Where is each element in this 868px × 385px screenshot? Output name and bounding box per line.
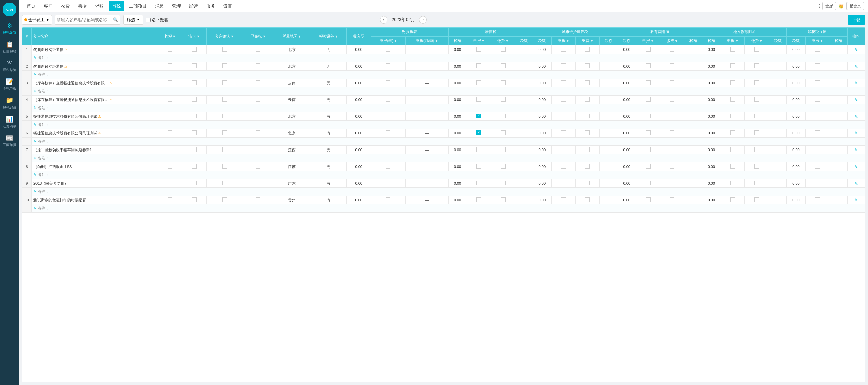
sidebar-item-tax-record[interactable]: 📁 报税记录 xyxy=(0,94,19,113)
vat-jiaof-cell[interactable] xyxy=(491,129,515,138)
action-cell[interactable]: ✎ xyxy=(847,179,865,188)
action-cell[interactable]: ✎ xyxy=(847,45,865,54)
edu-jiaof-cell[interactable] xyxy=(660,196,684,204)
edu-shenb-cell[interactable] xyxy=(636,112,660,121)
action-cell[interactable]: ✎ xyxy=(847,146,865,154)
city-shenb-cell[interactable] xyxy=(552,45,576,54)
city-jiaof-cell[interactable] xyxy=(575,162,600,171)
edit-icon[interactable]: ✎ xyxy=(854,64,858,69)
chaosui-cell[interactable] xyxy=(158,112,182,121)
nav-invoice[interactable]: 票据 xyxy=(74,1,90,11)
city-shenb-cell[interactable] xyxy=(552,112,576,121)
caibao-year-cell[interactable] xyxy=(371,62,405,71)
local-jiaof-cell[interactable] xyxy=(745,79,769,87)
name-badge-checkbox[interactable] xyxy=(146,18,151,22)
chaosui-cell[interactable] xyxy=(158,45,182,54)
confirm-cell[interactable] xyxy=(206,112,243,121)
qingka-cell[interactable] xyxy=(182,179,206,188)
action-cell[interactable]: ✎ xyxy=(847,162,865,171)
edit-icon[interactable]: ✎ xyxy=(854,114,858,119)
vat-shenb-cell[interactable] xyxy=(467,162,491,171)
vat-shenb-cell[interactable] xyxy=(467,129,491,138)
qingka-cell[interactable] xyxy=(182,79,206,87)
action-cell[interactable]: ✎ xyxy=(847,96,865,104)
vat-shenb-cell[interactable] xyxy=(467,146,491,154)
qingka-cell[interactable] xyxy=(182,45,206,54)
local-shenb-cell[interactable] xyxy=(721,196,745,204)
note-edit-icon[interactable]: ✎ xyxy=(33,156,37,160)
stamp-shenb-cell[interactable] xyxy=(805,112,829,121)
local-jiaof-cell[interactable] xyxy=(745,196,769,204)
note-edit-icon[interactable]: ✎ xyxy=(33,123,37,127)
download-button[interactable]: 下载 xyxy=(848,15,865,25)
caibao-year-cell[interactable] xyxy=(371,196,405,204)
city-shenb-cell[interactable] xyxy=(552,79,576,87)
local-shenb-cell[interactable] xyxy=(721,96,745,104)
caibao-year-cell[interactable] xyxy=(371,179,405,188)
local-jiaof-cell[interactable] xyxy=(745,129,769,138)
note-edit-icon[interactable]: ✎ xyxy=(33,56,37,60)
edu-shenb-cell[interactable] xyxy=(636,162,660,171)
stamp-shenb-cell[interactable] xyxy=(805,129,829,138)
note-edit-icon[interactable]: ✎ xyxy=(33,189,37,194)
qingka-cell[interactable] xyxy=(182,146,206,154)
vat-jiaof-cell[interactable] xyxy=(491,96,515,104)
nav-service[interactable]: 服务 xyxy=(203,1,218,11)
edu-shenb-cell[interactable] xyxy=(636,62,660,71)
nav-customer[interactable]: 客户 xyxy=(40,1,56,11)
edit-icon[interactable]: ✎ xyxy=(854,81,858,86)
stamp-shenb-cell[interactable] xyxy=(805,79,829,87)
chaosui-cell[interactable] xyxy=(158,162,182,171)
fullscreen-btn[interactable]: 全屏 xyxy=(822,2,836,10)
action-cell[interactable]: ✎ xyxy=(847,112,865,121)
stamp-shenb-cell[interactable] xyxy=(805,146,829,154)
confirm-cell[interactable] xyxy=(206,196,243,204)
edu-jiaof-cell[interactable] xyxy=(660,146,684,154)
local-shenb-cell[interactable] xyxy=(721,112,745,121)
chaosui-cell[interactable] xyxy=(158,179,182,188)
note-edit-icon[interactable]: ✎ xyxy=(33,106,37,110)
stamp-shenb-cell[interactable] xyxy=(805,162,829,171)
confirm-cell[interactable] xyxy=(206,146,243,154)
city-jiaof-cell[interactable] xyxy=(575,196,600,204)
stamp-shenb-cell[interactable] xyxy=(805,196,829,204)
tax-done-cell[interactable] xyxy=(243,196,273,204)
qingka-cell[interactable] xyxy=(182,162,206,171)
action-cell[interactable]: ✎ xyxy=(847,62,865,71)
local-jiaof-cell[interactable] xyxy=(745,162,769,171)
city-shenb-cell[interactable] xyxy=(552,196,576,204)
qingka-cell[interactable] xyxy=(182,129,206,138)
search-input[interactable] xyxy=(57,17,112,22)
city-jiaof-cell[interactable] xyxy=(575,62,600,71)
vat-jiaof-cell[interactable] xyxy=(491,45,515,54)
local-shenb-cell[interactable] xyxy=(721,129,745,138)
prev-period-button[interactable]: ‹ xyxy=(380,16,387,24)
edit-icon[interactable]: ✎ xyxy=(854,97,858,102)
vat-shenb-cell[interactable] xyxy=(467,196,491,204)
tax-done-cell[interactable] xyxy=(243,129,273,138)
edu-shenb-cell[interactable] xyxy=(636,196,660,204)
confirm-cell[interactable] xyxy=(206,96,243,104)
chaosui-cell[interactable] xyxy=(158,146,182,154)
city-shenb-cell[interactable] xyxy=(552,179,576,188)
edu-shenb-cell[interactable] xyxy=(636,45,660,54)
vat-jiaof-cell[interactable] xyxy=(491,62,515,71)
vat-jiaof-cell[interactable] xyxy=(491,79,515,87)
chaosui-cell[interactable] xyxy=(158,96,182,104)
nav-message[interactable]: 消息 xyxy=(152,1,167,11)
qingka-cell[interactable] xyxy=(182,112,206,121)
local-shenb-cell[interactable] xyxy=(721,146,745,154)
nav-account[interactable]: 记账 xyxy=(91,1,107,11)
note-edit-icon[interactable]: ✎ xyxy=(33,173,37,177)
local-shenb-cell[interactable] xyxy=(721,179,745,188)
city-jiaof-cell[interactable] xyxy=(575,79,600,87)
chaosui-cell[interactable] xyxy=(158,129,182,138)
caibao-year-cell[interactable] xyxy=(371,45,405,54)
chaosui-cell[interactable] xyxy=(158,196,182,204)
sidebar-item-summary[interactable]: 📊 汇算清缴 xyxy=(0,113,19,131)
sidebar-item-batch-tax[interactable]: 📋 批量报税 xyxy=(0,38,19,57)
vat-shenb-cell[interactable] xyxy=(467,96,491,104)
edu-jiaof-cell[interactable] xyxy=(660,62,684,71)
vat-shenb-cell[interactable] xyxy=(467,179,491,188)
local-jiaof-cell[interactable] xyxy=(745,45,769,54)
